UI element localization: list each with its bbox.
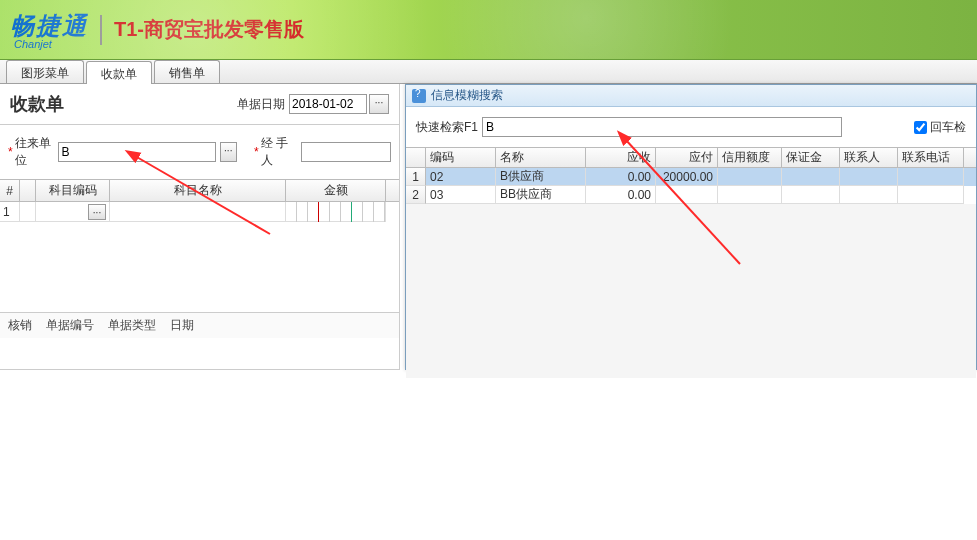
result-row-ar: 0.00 xyxy=(586,186,656,204)
result-row-deposit xyxy=(782,168,840,186)
result-col-name[interactable]: 名称 xyxy=(496,148,586,167)
result-col-ar[interactable]: 应收 xyxy=(586,148,656,167)
result-row-idx: 1 xyxy=(406,168,426,186)
col-header-amount[interactable]: 金额 xyxy=(286,180,386,201)
content-area: 收款单 单据日期 ··· * 往来单位 ··· * 经 手 人 # 科目编码 科… xyxy=(0,84,977,540)
result-col-credit[interactable]: 信用额度 xyxy=(718,148,782,167)
result-row-contact xyxy=(840,168,898,186)
result-row-ap: 20000.00 xyxy=(656,168,718,186)
result-col-ap[interactable]: 应付 xyxy=(656,148,718,167)
subject-grid-header: # 科目编码 科目名称 金额 xyxy=(0,180,399,202)
result-row-credit xyxy=(718,168,782,186)
result-grid: 编码 名称 应收 应付 信用额度 保证金 联系人 联系电话 1 02 B供应商 … xyxy=(406,147,976,378)
unit-lookup-button[interactable]: ··· xyxy=(220,142,237,162)
result-row-idx: 2 xyxy=(406,186,426,204)
app-banner: 畅捷通 Chanjet T1-商贸宝批发零售版 xyxy=(0,0,977,60)
tab-sales[interactable]: 销售单 xyxy=(154,60,220,83)
result-col-phone[interactable]: 联系电话 xyxy=(898,148,964,167)
result-row-phone xyxy=(898,186,964,204)
handler-label: 经 手 人 xyxy=(261,135,297,169)
logo-en: Chanjet xyxy=(14,38,88,50)
subject-grid-row[interactable]: 1 ··· xyxy=(0,202,399,222)
tab-receipt[interactable]: 收款单 xyxy=(86,61,152,84)
doc-date-picker-button[interactable]: ··· xyxy=(369,94,389,114)
summary-writeoff: 核销 xyxy=(8,317,32,334)
subject-grid: # 科目编码 科目名称 金额 1 ··· xyxy=(0,179,399,338)
tab-graphic-menu[interactable]: 图形菜单 xyxy=(6,60,84,83)
result-row-deposit xyxy=(782,186,840,204)
result-row[interactable]: 1 02 B供应商 0.00 20000.00 xyxy=(406,168,976,186)
result-col-code[interactable]: 编码 xyxy=(426,148,496,167)
col-header-name[interactable]: 科目名称 xyxy=(110,180,286,201)
summary-doctype: 单据类型 xyxy=(108,317,156,334)
result-row-credit xyxy=(718,186,782,204)
required-asterisk: * xyxy=(254,145,259,159)
logo: 畅捷通 Chanjet xyxy=(10,10,88,50)
form-title: 收款单 xyxy=(10,92,237,116)
enter-search-checkbox-wrap[interactable]: 回车检 xyxy=(914,119,966,136)
result-row-name: B供应商 xyxy=(496,168,586,186)
result-row-name: BB供应商 xyxy=(496,186,586,204)
summary-docno: 单据编号 xyxy=(46,317,94,334)
result-col-idx xyxy=(406,148,426,167)
row-name-cell[interactable] xyxy=(110,202,286,222)
result-grid-body: 1 02 B供应商 0.00 20000.00 2 03 BB供应商 0.00 xyxy=(406,168,976,378)
row-blank xyxy=(20,202,36,222)
doc-date-label: 单据日期 xyxy=(237,96,285,113)
form-header-row: 收款单 单据日期 ··· xyxy=(0,84,399,124)
enter-search-checkbox[interactable] xyxy=(914,121,927,134)
summary-date: 日期 xyxy=(170,317,194,334)
summary-row: 核销 单据编号 单据类型 日期 xyxy=(0,312,399,338)
amount-ruled-icon xyxy=(286,202,385,222)
app-title-prefix: T1 xyxy=(114,18,137,40)
unit-input[interactable] xyxy=(58,142,216,162)
enter-search-label: 回车检 xyxy=(930,119,966,136)
result-row-contact xyxy=(840,186,898,204)
search-input[interactable] xyxy=(482,117,842,137)
popup-titlebar[interactable]: 信息模糊搜索 xyxy=(406,85,976,107)
result-row-code: 03 xyxy=(426,186,496,204)
row-code-lookup-button[interactable]: ··· xyxy=(88,204,106,220)
unit-label: 往来单位 xyxy=(15,135,56,169)
result-row[interactable]: 2 03 BB供应商 0.00 xyxy=(406,186,976,204)
row-index: 1 xyxy=(0,202,20,222)
result-col-contact[interactable]: 联系人 xyxy=(840,148,898,167)
result-row-code: 02 xyxy=(426,168,496,186)
doc-date-input[interactable] xyxy=(289,94,367,114)
row-code-cell[interactable]: ··· xyxy=(36,202,110,222)
document-tabs: 图形菜单 收款单 销售单 xyxy=(0,60,977,84)
handler-input[interactable] xyxy=(301,142,391,162)
result-col-deposit[interactable]: 保证金 xyxy=(782,148,840,167)
result-row-ar: 0.00 xyxy=(586,168,656,186)
app-title: T1-商贸宝批发零售版 xyxy=(114,16,304,43)
search-label: 快速检索F1 xyxy=(416,119,478,136)
result-row-ap xyxy=(656,186,718,204)
receipt-form-panel: 收款单 单据日期 ··· * 往来单位 ··· * 经 手 人 # 科目编码 科… xyxy=(0,84,400,370)
row-amount-cell[interactable] xyxy=(286,202,386,222)
result-row-phone xyxy=(898,168,964,186)
info-icon xyxy=(412,89,426,103)
app-title-rest: -商贸宝批发零售版 xyxy=(137,18,304,40)
field-row-unit: * 往来单位 ··· * 经 手 人 xyxy=(0,125,399,179)
subject-grid-body: 1 ··· xyxy=(0,202,399,312)
fuzzy-search-popup: 信息模糊搜索 快速检索F1 回车检 编码 名称 应收 应付 信用额度 保证金 联… xyxy=(405,84,977,370)
col-header-code[interactable]: 科目编码 xyxy=(36,180,110,201)
search-row: 快速检索F1 回车检 xyxy=(406,107,976,147)
banner-divider xyxy=(100,15,102,45)
col-header-blank xyxy=(20,180,36,201)
col-header-num[interactable]: # xyxy=(0,180,20,201)
popup-title-text: 信息模糊搜索 xyxy=(431,87,503,104)
required-asterisk: * xyxy=(8,145,13,159)
result-grid-header: 编码 名称 应收 应付 信用额度 保证金 联系人 联系电话 xyxy=(406,148,976,168)
